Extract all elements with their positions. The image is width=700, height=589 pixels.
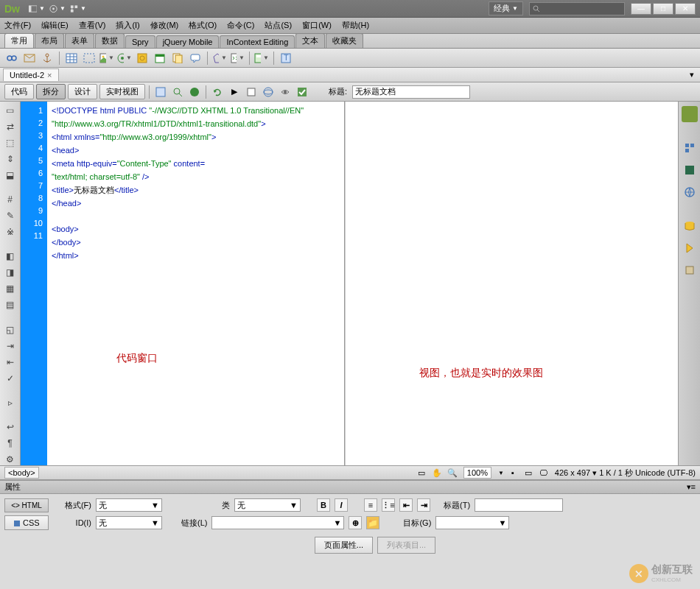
workspace-dropdown[interactable]: 经典▼	[489, 1, 523, 15]
desktop-icon[interactable]: 🖵	[537, 467, 550, 479]
image-icon[interactable]: ▼	[99, 51, 114, 66]
ld-indent-icon[interactable]: ⇥	[4, 340, 17, 352]
ld-outdent-icon[interactable]: ⇤	[4, 356, 17, 368]
rd-server-icon[interactable]	[682, 184, 698, 200]
tab-incontext[interactable]: InContext Editing	[220, 35, 295, 48]
page-properties-button[interactable]: 页面属性...	[315, 537, 373, 554]
table-icon[interactable]	[64, 51, 79, 66]
doctab-menu-icon[interactable]: ▾	[690, 70, 694, 80]
date-icon[interactable]	[153, 51, 167, 66]
widget-icon[interactable]	[135, 51, 150, 66]
target-select[interactable]: ▼	[435, 516, 509, 529]
ld-highlight-icon[interactable]: ✎	[4, 210, 17, 222]
email-link-icon[interactable]	[22, 51, 37, 66]
tab-spry[interactable]: Spry	[125, 35, 155, 48]
visual-aids-icon[interactable]	[278, 85, 293, 99]
close-button[interactable]: ✕	[675, 3, 696, 15]
select-tool-icon[interactable]: ▭	[415, 467, 428, 479]
maximize-button[interactable]: □	[653, 3, 673, 15]
hand-tool-icon[interactable]: ✋	[430, 467, 444, 479]
point-to-file-icon[interactable]: ⊕	[349, 516, 362, 529]
template-icon[interactable]: ▼	[254, 51, 269, 66]
bold-button[interactable]: B	[317, 498, 330, 512]
menu-edit[interactable]: 编辑(E)	[41, 20, 69, 31]
ol-button[interactable]: ⋮≡	[382, 498, 395, 512]
comment-icon[interactable]	[188, 51, 203, 66]
check-icon[interactable]	[295, 85, 309, 99]
panel-menu-icon[interactable]: ▾≡	[687, 482, 696, 492]
properties-header[interactable]: 属性 ▾≡	[0, 481, 700, 494]
ld-code-nav-icon[interactable]: ▹	[4, 397, 17, 409]
tag-chooser-icon[interactable]: T	[279, 51, 293, 66]
rd-bc-icon[interactable]	[682, 162, 698, 178]
format-select[interactable]: 无▼	[96, 498, 162, 512]
rd-databases-icon[interactable]	[682, 218, 698, 234]
inspect-icon[interactable]	[170, 85, 185, 99]
ld-move-css-icon[interactable]: ◱	[4, 324, 17, 336]
preview-browser-icon[interactable]	[261, 85, 276, 99]
ld-syntax-icon[interactable]: ※	[4, 226, 17, 238]
tablet-icon[interactable]: ▭	[522, 467, 535, 479]
rd-bindings-icon[interactable]	[682, 240, 698, 256]
zoom-tool-icon[interactable]: 🔍	[446, 467, 459, 479]
script-icon[interactable]: ▼	[230, 51, 245, 66]
ssi-icon[interactable]	[170, 51, 185, 66]
ld-select-parent-icon[interactable]: ⬚	[4, 137, 17, 149]
title-prop-input[interactable]	[475, 498, 563, 512]
design-pane[interactable]: 视图，也就是实时的效果图	[345, 102, 678, 465]
ld-word-wrap-icon[interactable]: ↩	[4, 421, 17, 433]
browse-folder-icon[interactable]: 📁	[366, 516, 379, 529]
media-icon[interactable]: ▼	[117, 51, 132, 66]
ld-format-icon[interactable]: ✓	[4, 373, 17, 384]
nav-back-icon[interactable]: ▶	[227, 85, 242, 99]
ld-wrap-tag-icon[interactable]: ▦	[4, 283, 17, 294]
search-box[interactable]	[529, 2, 625, 15]
indent-button[interactable]: ⇥	[417, 498, 430, 512]
zoom-level[interactable]: 100%	[463, 467, 491, 479]
tab-common[interactable]: 常用	[4, 33, 34, 48]
ld-hidden-chars-icon[interactable]: ¶	[4, 437, 17, 449]
ld-auto-indent-icon[interactable]: ⚙	[4, 454, 17, 465]
doctab-close-icon[interactable]: ×	[47, 71, 52, 80]
menu-window[interactable]: 窗口(W)	[302, 20, 332, 31]
menu-view[interactable]: 查看(V)	[79, 20, 106, 31]
code-editor[interactable]: <!DOCTYPE html PUBLIC "-//W3C//DTD XHTML…	[47, 102, 344, 465]
menu-format[interactable]: 格式(O)	[189, 20, 217, 31]
ld-remove-comment-icon[interactable]: ◨	[4, 267, 17, 278]
title-input[interactable]	[352, 85, 470, 99]
tag-selector[interactable]: <body>	[4, 467, 39, 479]
ld-open-docs-icon[interactable]: ▭	[4, 105, 17, 116]
head-icon[interactable]: ▼	[212, 51, 227, 66]
tab-jquery[interactable]: jQuery Mobile	[156, 35, 220, 48]
ld-recent-snippets-icon[interactable]: ▤	[4, 299, 17, 311]
code-pane[interactable]: 1234567891011 <!DOCTYPE html PUBLIC "-//…	[21, 102, 345, 465]
link-select[interactable]: ▼	[211, 516, 344, 529]
rd-css-icon[interactable]	[682, 106, 698, 122]
menu-commands[interactable]: 命令(C)	[227, 20, 254, 31]
live-code-icon[interactable]	[153, 85, 168, 99]
server-icon[interactable]	[187, 85, 202, 99]
ul-button[interactable]: ≡	[364, 498, 377, 512]
hyperlink-icon[interactable]	[4, 51, 19, 66]
rd-ap-elements-icon[interactable]	[682, 140, 698, 156]
ld-apply-comment-icon[interactable]: ◧	[4, 250, 17, 262]
extend-icon[interactable]: ▼	[49, 2, 66, 15]
ld-line-numbers-icon[interactable]: #	[4, 194, 17, 205]
menu-site[interactable]: 站点(S)	[265, 20, 292, 31]
refresh-icon[interactable]	[210, 85, 225, 99]
id-select[interactable]: 无▼	[96, 516, 162, 529]
outdent-button[interactable]: ⇤	[399, 498, 413, 512]
file-mgmt-icon[interactable]	[244, 85, 259, 99]
view-split-button[interactable]: 拆分	[36, 84, 66, 99]
ld-expand-icon[interactable]: ⬓	[4, 169, 17, 181]
menu-modify[interactable]: 修改(M)	[150, 20, 179, 31]
css-mode-button[interactable]: CSS	[4, 515, 49, 530]
ld-balance-icon[interactable]: ⇄	[4, 121, 17, 133]
html-mode-button[interactable]: <> HTML	[4, 498, 49, 512]
class-select[interactable]: 无▼	[234, 498, 301, 512]
tab-layout[interactable]: 布局	[35, 33, 64, 48]
rd-behaviors-icon[interactable]	[682, 262, 698, 278]
ld-collapse-icon[interactable]: ⇕	[4, 153, 17, 165]
doctab-untitled[interactable]: Untitled-2 ×	[3, 68, 59, 81]
tab-data[interactable]: 数据	[95, 33, 125, 48]
